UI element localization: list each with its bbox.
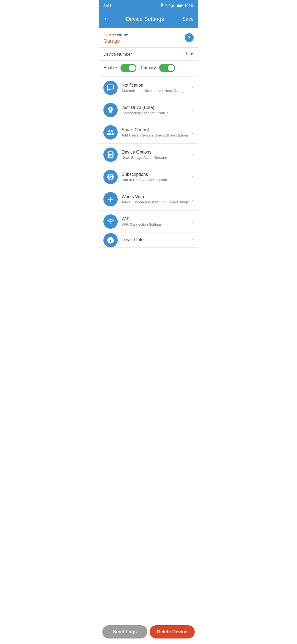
notification-icon [103, 81, 118, 95]
menu-item-subscriptions[interactable]: Subscriptions Add or Remove Subscription… [99, 166, 198, 188]
works-with-chevron: › [192, 197, 194, 202]
primary-toggle[interactable] [159, 64, 175, 72]
enable-toggle-group: Enable [103, 64, 136, 72]
subscriptions-text: Subscriptions Add or Remove Subscription [122, 172, 192, 182]
just-drive-subtitle: Geofencing: Location, Radius [122, 111, 192, 115]
share-control-title: Share Control [122, 127, 192, 132]
notification-text: Notification Customize notifications for… [122, 83, 192, 93]
subscriptions-svg [107, 173, 114, 181]
subscriptions-icon [103, 170, 118, 184]
primary-label: Primary [141, 66, 156, 70]
wifi-svg [107, 218, 114, 225]
subscriptions-subtitle: Add or Remove Subscription [122, 178, 192, 182]
svg-point-8 [109, 112, 112, 113]
wifi-chevron: › [192, 219, 194, 225]
device-name-value[interactable]: Garage [103, 38, 194, 44]
subscriptions-chevron: › [192, 174, 194, 180]
share-control-icon [103, 125, 118, 140]
back-button[interactable]: ‹ [103, 14, 108, 24]
works-with-text: Works With Alexa, Google Assistant, Siri… [122, 194, 192, 204]
device-options-chevron: › [192, 152, 194, 158]
svg-rect-6 [177, 4, 182, 7]
primary-toggle-group: Primary [141, 64, 175, 72]
status-icons: 100% [160, 3, 194, 8]
dropdown-arrow-icon[interactable]: ▼ [190, 52, 194, 56]
battery-icon [177, 4, 183, 7]
device-number-right: 1 ▼ [185, 51, 194, 56]
subscriptions-title: Subscriptions [122, 172, 192, 177]
device-info-svg [107, 236, 114, 244]
enable-toggle[interactable] [120, 64, 136, 72]
wifi-icon [103, 214, 118, 229]
share-control-text: Share Control Add Users, Remove Users, S… [122, 127, 192, 137]
device-options-svg [107, 151, 114, 159]
toggle-section: Enable Primary [99, 61, 198, 77]
device-info-title: Device Info [122, 237, 192, 242]
notification-title: Notification [122, 83, 192, 88]
save-button[interactable]: Save [182, 16, 194, 22]
just-drive-icon [103, 103, 118, 117]
menu-item-notification[interactable]: Notification Customize notifications for… [99, 77, 198, 99]
svg-rect-1 [172, 5, 173, 7]
device-number-section[interactable]: Device Number 1 ▼ [99, 48, 198, 61]
content-area: Device Name Garage ? Device Number 1 ▼ E… [99, 28, 198, 272]
just-drive-chevron: › [192, 107, 194, 113]
share-control-chevron: › [192, 130, 194, 135]
works-with-icon [103, 192, 118, 206]
status-time: 3:01 [103, 3, 112, 8]
menu-item-just-drive[interactable]: Just Drive (Beta) Geofencing: Location, … [99, 99, 198, 121]
wifi-text: WiFi WiFi Connection Settings [122, 217, 192, 227]
share-control-subtitle: Add Users, Remove Users, Share Options [122, 133, 192, 137]
device-name-label: Device Name [103, 32, 194, 37]
help-icon[interactable]: ? [185, 33, 194, 42]
works-with-subtitle: Alexa, Google Assistant, Siri, SmartThin… [122, 200, 192, 204]
just-drive-svg [107, 106, 114, 114]
notification-subtitle: Customize notifications for Nexx Garage. [122, 89, 192, 93]
svg-rect-3 [175, 4, 175, 7]
device-info-icon [103, 233, 118, 247]
share-control-svg [107, 129, 114, 136]
device-options-text: Device Options Nexx Garage Action Gestur… [122, 150, 192, 160]
device-options-subtitle: Nexx Garage Action Gesture [122, 155, 192, 160]
page-title: Device Settings [126, 16, 164, 22]
device-info-chevron: › [192, 237, 194, 243]
svg-rect-2 [174, 4, 174, 7]
menu-item-share-control[interactable]: Share Control Add Users, Remove Users, S… [99, 121, 198, 144]
notification-svg [107, 84, 114, 92]
battery-percent: 100% [185, 4, 194, 8]
device-number-value: 1 [185, 51, 188, 56]
signal-icon [171, 4, 175, 7]
just-drive-text: Just Drive (Beta) Geofencing: Location, … [122, 105, 192, 115]
location-status-icon [160, 3, 164, 8]
menu-item-device-info[interactable]: Device Info › [99, 233, 198, 248]
just-drive-title: Just Drive (Beta) [122, 105, 192, 110]
enable-label: Enable [103, 66, 117, 70]
menu-items-list: Notification Customize notifications for… [99, 77, 198, 248]
wifi-status-icon [165, 4, 170, 7]
svg-rect-5 [182, 5, 183, 6]
app-bar: ‹ Device Settings Save [99, 11, 198, 28]
notification-chevron: › [192, 85, 194, 91]
svg-rect-0 [171, 6, 172, 7]
device-number-label: Device Number [103, 52, 132, 56]
device-options-icon [103, 148, 118, 162]
menu-item-device-options[interactable]: Device Options Nexx Garage Action Gestur… [99, 144, 198, 166]
device-options-title: Device Options [122, 150, 192, 155]
wifi-title: WiFi [122, 217, 192, 222]
status-bar: 3:01 100% [99, 0, 198, 11]
menu-item-works-with[interactable]: Works With Alexa, Google Assistant, Siri… [99, 188, 198, 211]
menu-item-wifi[interactable]: WiFi WiFi Connection Settings › [99, 211, 198, 233]
wifi-subtitle: WiFi Connection Settings [122, 222, 192, 227]
works-with-svg [107, 195, 114, 203]
works-with-title: Works With [122, 194, 192, 199]
device-name-section: Device Name Garage ? [99, 28, 198, 48]
device-info-text: Device Info [122, 237, 192, 243]
